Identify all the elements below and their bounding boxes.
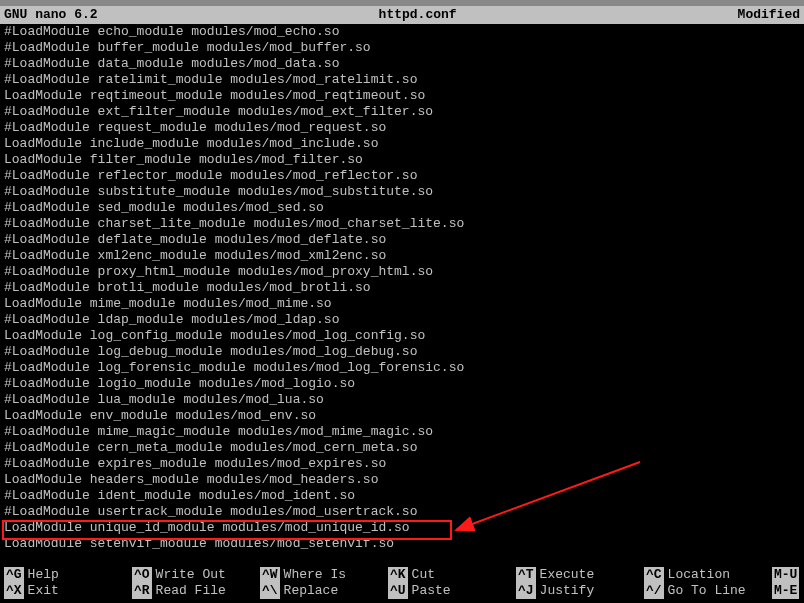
shortcut-label: Location: [668, 567, 730, 583]
editor-line[interactable]: #LoadModule reflector_module modules/mod…: [4, 168, 800, 184]
shortcut-row-2: ^XExit^RRead File^\Replace^UPaste^JJusti…: [4, 583, 800, 599]
editor-line[interactable]: LoadModule env_module modules/mod_env.so: [4, 408, 800, 424]
shortcut-key: ^G: [4, 567, 24, 583]
shortcut-label: Help: [28, 567, 59, 583]
editor-line[interactable]: #LoadModule mime_magic_module modules/mo…: [4, 424, 800, 440]
editor-line[interactable]: LoadModule mime_module modules/mod_mime.…: [4, 296, 800, 312]
modified-status: Modified: [738, 7, 800, 23]
editor-line[interactable]: #LoadModule log_debug_module modules/mod…: [4, 344, 800, 360]
file-name: httpd.conf: [98, 7, 738, 23]
editor-line[interactable]: #LoadModule sed_module modules/mod_sed.s…: [4, 200, 800, 216]
shortcut-item: ^JJustify: [516, 583, 634, 599]
shortcut-key: M-U: [772, 567, 799, 583]
shortcut-key: ^U: [388, 583, 408, 599]
shortcut-item: ^WWhere Is: [260, 567, 378, 583]
shortcut-label: Execute: [540, 567, 595, 583]
shortcut-label: Where Is: [284, 567, 346, 583]
shortcut-label: Go To Line: [668, 583, 746, 599]
shortcut-label: Cut: [412, 567, 435, 583]
editor-line[interactable]: LoadModule setenvif_module modules/mod_s…: [4, 536, 800, 552]
shortcut-item: ^TExecute: [516, 567, 634, 583]
editor-area[interactable]: #LoadModule echo_module modules/mod_echo…: [0, 24, 804, 552]
editor-line[interactable]: LoadModule include_module modules/mod_in…: [4, 136, 800, 152]
shortcut-key: ^K: [388, 567, 408, 583]
editor-line[interactable]: #LoadModule ratelimit_module modules/mod…: [4, 72, 800, 88]
shortcut-key: ^R: [132, 583, 152, 599]
editor-line[interactable]: #LoadModule buffer_module modules/mod_bu…: [4, 40, 800, 56]
shortcut-label: Replace: [284, 583, 339, 599]
editor-line[interactable]: LoadModule log_config_module modules/mod…: [4, 328, 800, 344]
shortcut-key: ^T: [516, 567, 536, 583]
editor-line[interactable]: #LoadModule brotli_module modules/mod_br…: [4, 280, 800, 296]
editor-line[interactable]: #LoadModule data_module modules/mod_data…: [4, 56, 800, 72]
app-name: GNU nano 6.2: [4, 7, 98, 23]
shortcut-key: ^C: [644, 567, 664, 583]
shortcut-item: ^/Go To Line: [644, 583, 762, 599]
editor-line[interactable]: #LoadModule expires_module modules/mod_e…: [4, 456, 800, 472]
shortcut-item: ^GHelp: [4, 567, 122, 583]
nano-titlebar: GNU nano 6.2 httpd.conf Modified: [0, 6, 804, 24]
editor-line[interactable]: #LoadModule charset_lite_module modules/…: [4, 216, 800, 232]
editor-line[interactable]: #LoadModule usertrack_module modules/mod…: [4, 504, 800, 520]
editor-line[interactable]: LoadModule filter_module modules/mod_fil…: [4, 152, 800, 168]
editor-line[interactable]: #LoadModule request_module modules/mod_r…: [4, 120, 800, 136]
editor-line[interactable]: LoadModule headers_module modules/mod_he…: [4, 472, 800, 488]
editor-line[interactable]: #LoadModule substitute_module modules/mo…: [4, 184, 800, 200]
shortcut-item: M-UUndo: [772, 567, 804, 583]
shortcut-item: ^OWrite Out: [132, 567, 250, 583]
shortcut-key: ^X: [4, 583, 24, 599]
shortcut-key: ^W: [260, 567, 280, 583]
editor-line[interactable]: LoadModule unique_id_module modules/mod_…: [4, 520, 800, 536]
editor-line[interactable]: #LoadModule echo_module modules/mod_echo…: [4, 24, 800, 40]
editor-line[interactable]: #LoadModule log_forensic_module modules/…: [4, 360, 800, 376]
shortcut-label: Exit: [28, 583, 59, 599]
shortcut-key: ^/: [644, 583, 664, 599]
shortcut-label: Paste: [412, 583, 451, 599]
shortcut-item: M-ERedo: [772, 583, 804, 599]
shortcut-label: Write Out: [156, 567, 226, 583]
shortcut-key: ^O: [132, 567, 152, 583]
shortcut-item: ^\Replace: [260, 583, 378, 599]
shortcut-item: ^UPaste: [388, 583, 506, 599]
editor-line[interactable]: #LoadModule proxy_html_module modules/mo…: [4, 264, 800, 280]
editor-line[interactable]: #LoadModule logio_module modules/mod_log…: [4, 376, 800, 392]
shortcut-item: ^XExit: [4, 583, 122, 599]
editor-line[interactable]: #LoadModule cern_meta_module modules/mod…: [4, 440, 800, 456]
shortcut-bar: ^GHelp^OWrite Out^WWhere Is^KCut^TExecut…: [4, 567, 800, 599]
shortcut-key: ^J: [516, 583, 536, 599]
shortcut-key: ^\: [260, 583, 280, 599]
shortcut-item: ^KCut: [388, 567, 506, 583]
shortcut-key: M-E: [772, 583, 799, 599]
editor-line[interactable]: #LoadModule lua_module modules/mod_lua.s…: [4, 392, 800, 408]
editor-line[interactable]: #LoadModule ident_module modules/mod_ide…: [4, 488, 800, 504]
editor-line[interactable]: #LoadModule deflate_module modules/mod_d…: [4, 232, 800, 248]
editor-line[interactable]: LoadModule reqtimeout_module modules/mod…: [4, 88, 800, 104]
editor-line[interactable]: #LoadModule xml2enc_module modules/mod_x…: [4, 248, 800, 264]
shortcut-label: Justify: [540, 583, 595, 599]
shortcut-row-1: ^GHelp^OWrite Out^WWhere Is^KCut^TExecut…: [4, 567, 800, 583]
shortcut-item: ^RRead File: [132, 583, 250, 599]
editor-line[interactable]: #LoadModule ldap_module modules/mod_ldap…: [4, 312, 800, 328]
shortcut-item: ^CLocation: [644, 567, 762, 583]
editor-line[interactable]: #LoadModule ext_filter_module modules/mo…: [4, 104, 800, 120]
shortcut-label: Read File: [156, 583, 226, 599]
